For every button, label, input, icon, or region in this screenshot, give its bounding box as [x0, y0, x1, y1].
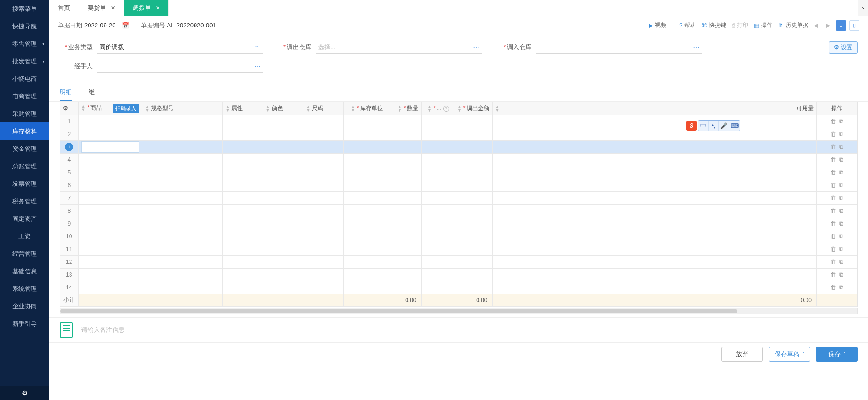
in-warehouse-input[interactable] [536, 41, 702, 54]
sidebar-item[interactable]: 快捷导航 [0, 17, 49, 35]
delete-row-icon[interactable]: 🗑 [830, 182, 836, 189]
sort-icon[interactable]: ▲▼ [266, 105, 270, 112]
cell[interactable] [452, 166, 492, 179]
cell[interactable] [78, 115, 142, 128]
close-icon[interactable]: ✕ [156, 5, 160, 11]
cell[interactable] [452, 191, 492, 204]
cell[interactable] [222, 281, 263, 294]
cell[interactable] [263, 115, 303, 128]
cell[interactable] [142, 204, 222, 217]
copy-row-icon[interactable]: ⧉ [839, 143, 843, 150]
cell[interactable] [343, 191, 386, 204]
cell[interactable] [303, 166, 343, 179]
sidebar-item[interactable]: 发票管理 [0, 175, 49, 192]
out-warehouse-input[interactable] [316, 41, 482, 54]
delete-row-icon[interactable]: 🗑 [830, 271, 836, 278]
help-link[interactable]: ?帮助 [679, 21, 696, 29]
page-tab[interactable]: 首页 [49, 0, 79, 16]
cell[interactable] [222, 128, 263, 140]
cell[interactable] [421, 217, 452, 230]
row-number[interactable]: 8 [60, 204, 78, 217]
cell[interactable] [501, 204, 817, 217]
cell[interactable] [263, 255, 303, 268]
cell[interactable] [78, 281, 142, 294]
table-row[interactable]: 10🗑⧉ [60, 230, 857, 243]
cell[interactable] [303, 230, 343, 243]
copy-row-icon[interactable]: ⧉ [839, 182, 843, 189]
col-available[interactable]: 可用量 [501, 102, 817, 115]
row-number[interactable]: 11 [60, 243, 78, 255]
column-settings-icon[interactable]: ⚙ [60, 102, 78, 115]
calendar-icon[interactable]: 📅 [122, 22, 129, 29]
cell[interactable] [263, 204, 303, 217]
cell[interactable] [78, 255, 142, 268]
cell[interactable] [343, 166, 386, 179]
cell[interactable] [343, 243, 386, 255]
cell[interactable] [501, 217, 817, 230]
next-doc-icon[interactable]: ▶ [824, 21, 833, 30]
col-blank[interactable]: ▲▼ [492, 102, 501, 115]
cell[interactable] [386, 115, 421, 128]
sidebar-item[interactable]: 工资 [0, 227, 49, 245]
sidebar-item[interactable]: 固定资产 [0, 210, 49, 227]
cell[interactable] [142, 191, 222, 204]
biztype-input[interactable] [97, 41, 263, 54]
cell[interactable] [263, 217, 303, 230]
cell[interactable] [263, 230, 303, 243]
col-attr[interactable]: ▲▼属性 [222, 102, 263, 115]
sidebar-item[interactable]: 基础信息 [0, 262, 49, 280]
cell[interactable] [501, 230, 817, 243]
sort-icon[interactable]: ▲▼ [145, 105, 150, 112]
delete-row-icon[interactable]: 🗑 [830, 143, 836, 150]
cell[interactable] [421, 115, 452, 128]
cell[interactable] [142, 153, 222, 166]
view-list-icon[interactable]: ≡ [836, 20, 846, 31]
page-tab[interactable]: 要货单✕ [79, 0, 124, 16]
cell[interactable] [421, 179, 452, 191]
cell[interactable] [303, 179, 343, 191]
delete-row-icon[interactable]: 🗑 [830, 220, 836, 227]
cell[interactable] [142, 128, 222, 140]
history-link[interactable]: 🗎历史单据 [778, 21, 808, 29]
sidebar-settings[interactable]: ⚙ [0, 386, 49, 400]
row-number[interactable]: 4 [60, 153, 78, 166]
cell[interactable] [501, 255, 817, 268]
cell[interactable] [343, 268, 386, 281]
cell[interactable] [343, 281, 386, 294]
ime-punct[interactable]: •, [709, 121, 719, 131]
cell[interactable] [142, 140, 222, 153]
row-number[interactable]: 14 [60, 281, 78, 294]
prev-doc-icon[interactable]: ◀ [811, 21, 821, 30]
row-number[interactable]: 9 [60, 217, 78, 230]
cell[interactable] [142, 268, 222, 281]
ime-keyboard-icon[interactable]: ⌨ [729, 121, 740, 131]
cell[interactable] [501, 166, 817, 179]
cell[interactable] [142, 243, 222, 255]
col-spec[interactable]: ▲▼规格型号 [142, 102, 222, 115]
cell[interactable] [303, 255, 343, 268]
cell[interactable] [78, 217, 142, 230]
col-product[interactable]: ▲▼*商品扫码录入 [78, 102, 142, 115]
cell[interactable] [492, 255, 501, 268]
chevron-down-icon[interactable]: ﹀ [255, 44, 259, 51]
cell[interactable] [421, 140, 452, 153]
close-icon[interactable]: ✕ [111, 5, 115, 11]
cell[interactable] [343, 115, 386, 128]
cell[interactable] [343, 255, 386, 268]
picker-icon[interactable]: ··· [693, 44, 700, 51]
cell[interactable] [492, 243, 501, 255]
delete-row-icon[interactable]: 🗑 [830, 233, 836, 240]
sidebar-item[interactable]: 批发管理▾ [0, 52, 49, 70]
cell[interactable] [421, 153, 452, 166]
cell[interactable] [501, 243, 817, 255]
cell[interactable] [452, 243, 492, 255]
sort-icon[interactable]: ▲▼ [306, 105, 310, 112]
cell[interactable] [303, 115, 343, 128]
cell[interactable] [492, 230, 501, 243]
view-card-icon[interactable]: ▯ [849, 20, 859, 31]
cell[interactable] [452, 128, 492, 140]
cell[interactable] [78, 230, 142, 243]
horizontal-scrollbar[interactable] [60, 308, 858, 314]
remarks-input[interactable] [81, 326, 858, 333]
cell[interactable] [386, 140, 421, 153]
